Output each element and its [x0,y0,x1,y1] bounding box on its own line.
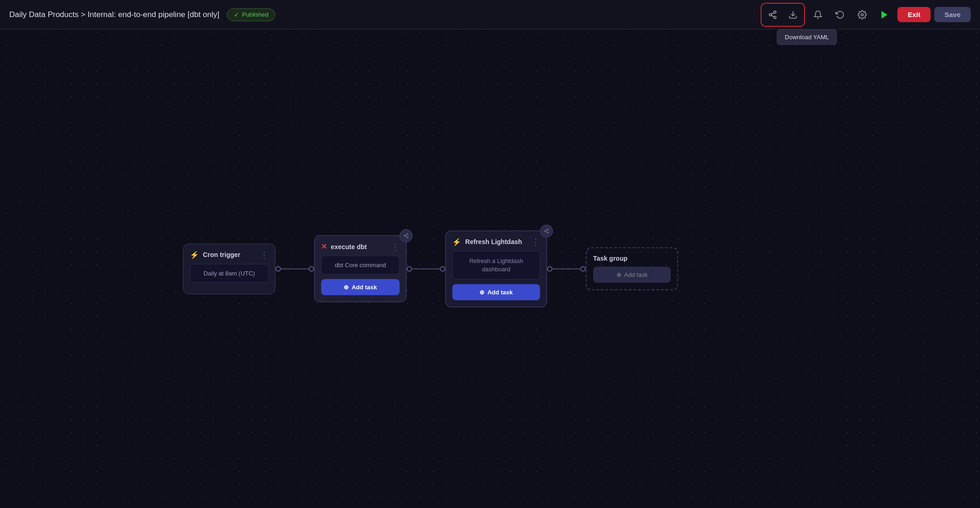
connector-circle-6 [580,266,586,272]
refresh-lightdash-node: ⚡ Refresh Lightdash ⋮ Refresh a Lightdas… [445,230,547,307]
taskgroup-node-header: Task group [593,255,671,262]
settings-button[interactable] [853,6,871,24]
refresh-node-content: Refresh a Lightdash dashboard [452,251,540,279]
dbt-icon: ✕ [321,242,327,251]
refresh-share-icon[interactable] [540,224,553,237]
app-header: Daily Data Products > Internal: end-to-e… [0,0,980,30]
history-button[interactable] [831,6,849,24]
header-right: Download YAML Exit Save [761,3,971,27]
download-yaml-button[interactable] [784,6,802,24]
cron-node-menu[interactable]: ⋮ [260,251,268,259]
download-area [761,3,805,27]
check-icon: ✓ [234,11,239,18]
svg-point-9 [404,235,405,237]
connector-circle-4 [440,266,445,272]
refresh-node-header: ⚡ Refresh Lightdash ⋮ [452,237,540,246]
svg-line-17 [546,230,547,231]
connector-1 [275,266,314,272]
exit-button[interactable]: Exit [897,7,931,22]
cron-trigger-node: ⚡ Cron trigger ⋮ Daily at 8am (UTC) [183,244,275,294]
taskgroup-add-task-label: Add task [624,271,648,278]
execute-add-task-button[interactable]: ⊕ Add task [321,279,399,295]
connector-circle-5 [547,266,552,272]
connector-3 [547,266,586,272]
svg-point-0 [774,11,776,13]
execute-node-menu[interactable]: ⋮ [391,243,399,251]
refresh-node-menu[interactable]: ⋮ [532,238,540,246]
page-title: Daily Data Products > Internal: end-to-e… [9,10,219,19]
save-button[interactable]: Save [934,7,971,22]
svg-point-1 [769,13,772,16]
refresh-node-title: Refresh Lightdash [465,238,522,245]
cron-node-content: Daily at 8am (UTC) [190,264,268,283]
connector-line-1 [281,269,309,269]
connector-circle-1 [275,266,281,272]
refresh-add-task-button[interactable]: ⊕ Add task [452,284,540,300]
execute-add-task-label: Add task [351,284,377,291]
refresh-title-area: ⚡ Refresh Lightdash [452,237,522,246]
lightning-icon: ⚡ [190,251,199,259]
cron-node-title: Cron trigger [203,251,240,258]
published-badge: ✓ Published [227,8,275,21]
header-left: Daily Data Products > Internal: end-to-e… [9,8,275,21]
execute-share-icon[interactable] [399,229,412,242]
execute-content-text: dbt Core command [335,262,386,269]
connector-line-2 [412,269,440,269]
refresh-add-task-label: Add task [487,289,513,296]
refresh-add-task-plus: ⊕ [479,289,484,296]
cron-node-header: ⚡ Cron trigger ⋮ [190,251,268,259]
execute-node-header: ✕ execute dbt ⋮ [321,242,399,251]
svg-point-15 [547,232,549,233]
svg-point-2 [774,16,776,18]
refresh-content-text: Refresh a Lightdash dashboard [469,257,523,272]
svg-marker-7 [882,11,888,18]
svg-line-16 [546,231,547,232]
svg-point-10 [407,237,408,238]
execute-node-title: execute dbt [331,243,367,251]
svg-line-12 [405,234,407,235]
download-yaml-tooltip: Download YAML [777,30,837,45]
svg-point-14 [544,230,546,232]
execute-node-content: dbt Core command [321,256,399,275]
svg-line-3 [772,15,774,17]
task-group-node: Task group ⊕ Add task [586,247,678,290]
execute-title-area: ✕ execute dbt [321,242,367,251]
taskgroup-add-task-button[interactable]: ⊕ Add task [593,267,671,283]
connector-2 [406,266,445,272]
cron-title-area: ⚡ Cron trigger [190,251,240,259]
svg-point-13 [547,228,549,230]
connector-circle-2 [309,266,314,272]
pipeline-flow: ⚡ Cron trigger ⋮ Daily at 8am (UTC) [183,230,678,307]
svg-line-11 [405,236,407,237]
connector-circle-3 [406,266,412,272]
connector-line-3 [552,269,580,269]
svg-line-4 [772,12,774,14]
pipeline-canvas: ⚡ Cron trigger ⋮ Daily at 8am (UTC) [0,30,980,508]
refresh-lightning-icon: ⚡ [452,237,461,246]
taskgroup-add-task-plus: ⊕ [617,271,622,278]
execute-dbt-node: ✕ execute dbt ⋮ dbt Core command ⊕ Add t… [314,235,406,302]
run-button[interactable] [875,6,894,24]
published-label: Published [242,11,268,18]
taskgroup-node-title: Task group [593,255,627,262]
svg-point-6 [861,13,864,16]
notifications-button[interactable] [809,6,827,24]
share-button[interactable] [763,6,782,24]
cron-schedule: Daily at 8am (UTC) [204,270,255,277]
execute-add-task-plus: ⊕ [344,284,349,291]
svg-point-8 [407,233,408,235]
